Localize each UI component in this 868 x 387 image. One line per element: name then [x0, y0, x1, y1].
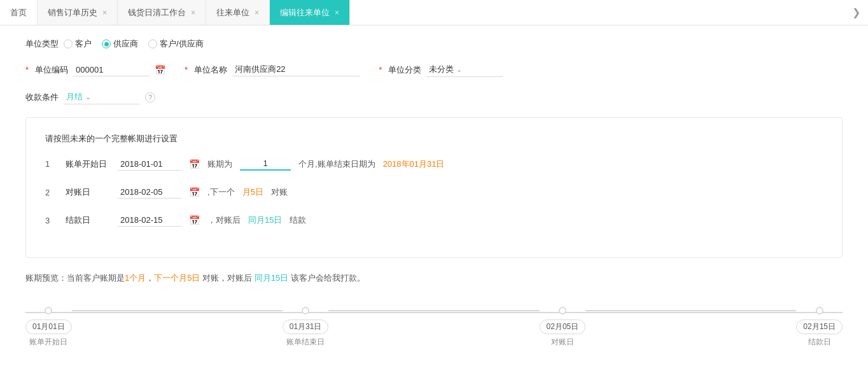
unit-code-field: * 单位编码 📅 [25, 64, 165, 76]
unit-category-required: * [379, 65, 382, 74]
radio-customer-label: 客户 [75, 38, 92, 50]
period-row-2: 2 对账日 📅 ,下一个月5日 对账 [45, 186, 823, 199]
tab-cashier[interactable]: 钱货日清工作台 × [118, 0, 206, 25]
period-cal-1[interactable]: 📅 [189, 159, 200, 169]
period-row-1: 1 账单开始日 📅 账期为 个月,账单结束日期为 2018年01月31日 [45, 157, 823, 171]
period-settings-box: 请按照未来的一个完整帐期进行设置 1 账单开始日 📅 账期为 个月,账单结束日期… [25, 117, 843, 258]
timeline-node-2: 01月31日 账单结束日 [283, 307, 329, 348]
period-label-1: 账单开始日 [66, 158, 110, 170]
unit-code-required: * [25, 65, 29, 74]
period-date-3[interactable] [118, 214, 181, 227]
tab-edit-partner-close[interactable]: × [335, 8, 339, 17]
period-after-3: 结款 [290, 215, 306, 226]
period-after-2: 对账 [271, 186, 288, 198]
unit-name-required: * [185, 65, 188, 74]
period-prefix-2: ,下一个 [207, 186, 235, 198]
preview-mid: 对账，对账后 [200, 273, 254, 283]
timeline-dot-1 [45, 307, 52, 314]
unit-category-value: 未分类 [429, 64, 454, 75]
tab-cashier-close[interactable]: × [191, 8, 195, 17]
period-end-date-1: 2018年01月31日 [383, 158, 445, 170]
tab-cashier-label: 钱货日清工作台 [128, 7, 186, 18]
timeline-badge-1: 01月01日 [25, 320, 72, 334]
unit-category-chevron: ⌄ [456, 66, 462, 74]
period-cal-2[interactable]: 📅 [189, 187, 200, 197]
tab-expand-button[interactable]: ❯ [844, 0, 868, 25]
timeline-spacer-3 [585, 310, 796, 311]
timeline-label-2: 账单结束日 [286, 337, 325, 348]
period-suffix-before-1: 账期为 [207, 158, 232, 170]
period-prefix-3: ，对账后 [207, 215, 241, 226]
preview-section: 账期预览：当前客户账期是1个月，下一个月5日 对账，对账后 同月15日 该客户会… [25, 271, 843, 285]
payment-terms-row: 收款条件 月结 ⌄ ? [25, 90, 843, 104]
tab-partner-close[interactable]: × [255, 8, 259, 17]
radio-both-circle [148, 39, 157, 48]
timeline-dot-3 [559, 307, 566, 314]
radio-both[interactable]: 客户/供应商 [148, 38, 204, 50]
unit-name-field: * 单位名称 [185, 64, 360, 76]
tab-home-label: 首页 [10, 7, 27, 18]
timeline-node-1: 01月01日 账单开始日 [25, 307, 72, 348]
payment-terms-field: 收款条件 月结 ⌄ ? [25, 90, 155, 104]
unit-type-field: 单位类型 客户 供应商 客户/供应商 [25, 38, 204, 50]
timeline-label-3: 对账日 [551, 337, 574, 348]
timeline: 01月01日 账单开始日 01月31日 账单结束日 02月05日 对账日 [25, 300, 843, 367]
tab-sales-history-close[interactable]: × [102, 8, 107, 17]
radio-supplier-label: 供应商 [113, 38, 138, 50]
payment-terms-label: 收款条件 [25, 92, 59, 103]
tab-sales-history[interactable]: 销售订单历史 × [38, 0, 118, 25]
unit-info-row: * 单位编码 📅 * 单位名称 * 单位分类 未分类 ⌄ [25, 62, 843, 77]
period-date-1[interactable] [118, 158, 181, 171]
preview-part3: 同月15日 [255, 273, 288, 283]
payment-terms-help-icon[interactable]: ? [145, 92, 155, 102]
unit-category-label: 单位分类 [388, 64, 421, 76]
period-date-2[interactable] [118, 186, 181, 199]
timeline-dot-4 [816, 307, 823, 314]
unit-code-input[interactable] [73, 64, 150, 76]
radio-supplier[interactable]: 供应商 [102, 38, 138, 50]
unit-name-input[interactable] [232, 64, 360, 76]
timeline-node-3: 02月05日 对账日 [540, 307, 586, 348]
radio-customer[interactable]: 客户 [64, 38, 92, 50]
unit-category-select[interactable]: 未分类 ⌄ [426, 62, 503, 77]
tab-bar: 首页 销售订单历史 × 钱货日清工作台 × 往来单位 × 编辑往来单位 × ❯ [0, 0, 868, 25]
timeline-nodes: 01月01日 账单开始日 01月31日 账单结束日 02月05日 对账日 [25, 307, 843, 348]
unit-type-row: 单位类型 客户 供应商 客户/供应商 [25, 38, 843, 50]
period-suffix-after-label: 个月,账单结束日期为 [298, 158, 375, 170]
tab-sales-history-label: 销售订单历史 [48, 7, 97, 18]
timeline-dot-2 [302, 307, 309, 314]
preview-label: 账期预览：当前客户账期是 [25, 273, 125, 283]
payment-terms-select[interactable]: 月结 ⌄ [64, 90, 140, 104]
unit-type-label: 单位类型 [25, 38, 59, 50]
main-content: 单位类型 客户 供应商 客户/供应商 * 单位编码 [0, 25, 868, 387]
unit-code-label: 单位编码 [35, 64, 68, 76]
tab-partner-label: 往来单位 [216, 7, 249, 18]
preview-part1: 1个月 [125, 273, 146, 283]
period-label-3: 结款日 [66, 215, 110, 226]
period-month-input[interactable] [240, 157, 291, 171]
period-label-2: 对账日 [66, 186, 110, 198]
payment-terms-chevron: ⌄ [85, 93, 91, 101]
payment-terms-value: 月结 [66, 91, 83, 102]
tab-edit-partner-label: 编辑往来单位 [280, 7, 330, 18]
timeline-badge-4: 02月15日 [796, 320, 843, 334]
unit-category-field: * 单位分类 未分类 ⌄ [379, 62, 503, 77]
tab-edit-partner[interactable]: 编辑往来单位 × [270, 0, 350, 25]
timeline-node-4: 02月15日 结款日 [796, 307, 843, 348]
timeline-badge-2: 01月31日 [283, 320, 329, 334]
period-num-1: 1 [45, 159, 58, 169]
period-cal-3[interactable]: 📅 [189, 215, 200, 225]
unit-code-picker-icon[interactable]: 📅 [155, 65, 165, 75]
tab-home[interactable]: 首页 [0, 0, 38, 25]
period-settings-title: 请按照未来的一个完整帐期进行设置 [45, 133, 823, 144]
unit-name-label: 单位名称 [194, 64, 227, 76]
timeline-label-1: 账单开始日 [29, 337, 67, 348]
timeline-badge-3: 02月05日 [540, 320, 586, 334]
period-row-3: 3 结款日 📅 ，对账后 同月15日 结款 [45, 214, 823, 227]
timeline-label-4: 结款日 [808, 337, 831, 348]
timeline-spacer-2 [328, 310, 539, 311]
tab-partner[interactable]: 往来单位 × [206, 0, 270, 25]
radio-both-label: 客户/供应商 [160, 38, 204, 50]
period-num-3: 3 [45, 216, 58, 225]
period-highlight-2: 月5日 [242, 186, 263, 198]
